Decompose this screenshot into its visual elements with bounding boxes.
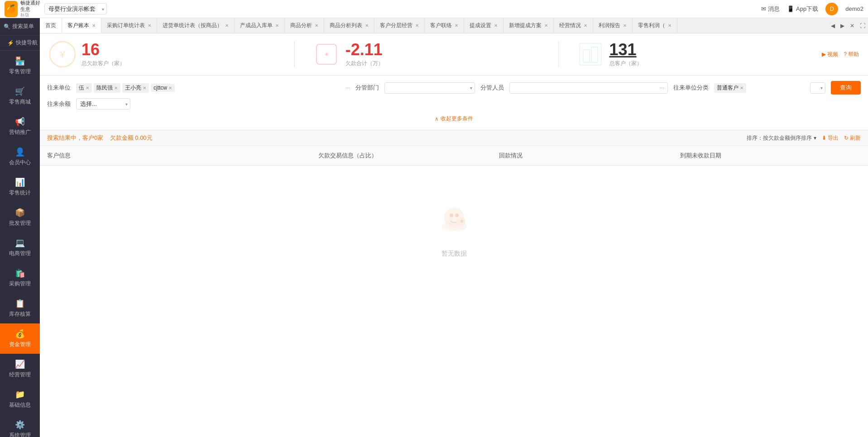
dept-select-wrapper[interactable] (384, 82, 475, 94)
workspace-selector[interactable]: 母婴行业演示帐套 (44, 3, 107, 14)
filter-tags: 伍✕陈民强✕王小亮✕cjttcw✕ (76, 83, 340, 93)
sidebar-item-retail-shop[interactable]: 🛒零售商城 (0, 81, 40, 111)
tab-next-btn[interactable]: ▶ (838, 19, 847, 33)
sidebar-item-retail-manage[interactable]: 🏪零售管理 (0, 51, 40, 81)
sort-label: 排序：按欠款金额倒序排序 (747, 134, 812, 142)
user-avatar[interactable]: D (825, 3, 838, 15)
balance-select-wrapper[interactable]: 选择... (76, 98, 130, 109)
logo-name: 畅捷通好生意 (20, 0, 44, 12)
tab-operation-status[interactable]: 经营情况✕ (554, 18, 593, 33)
tab-close-cost-inbound[interactable]: ✕ (275, 23, 279, 28)
app-download-btn[interactable]: 📱 App下载 (787, 5, 818, 13)
tab-customer-contact[interactable]: 客户联络✕ (425, 18, 464, 33)
unit-class-select-wrapper[interactable] (810, 82, 825, 94)
quick-nav-label: 快捷导航 (16, 39, 38, 47)
retail-manage-icon: 🏪 (15, 56, 25, 66)
sidebar-item-member-center[interactable]: 👤会员中心 (0, 142, 40, 172)
dept-select[interactable] (384, 82, 475, 94)
svg-point-9 (450, 214, 453, 217)
filter-tag-remove-tag-3[interactable]: ✕ (143, 86, 146, 90)
tab-close-profit-report[interactable]: ✕ (623, 23, 627, 28)
tab-close-retail-profit[interactable]: ✕ (668, 23, 671, 28)
tab-fullscreen-btn[interactable]: ⛶ (857, 19, 868, 33)
sidebar-item-system[interactable]: ⚙️系统管理 (0, 414, 40, 437)
tab-close-goods-analysis-list[interactable]: ✕ (365, 23, 369, 28)
tab-close-customer-contact[interactable]: ✕ (455, 23, 458, 28)
tab-profit-report[interactable]: 利润报告✕ (593, 18, 633, 33)
tab-retail-profit[interactable]: 零售利润（✕ (633, 18, 677, 33)
tab-close-purchase-order-stats[interactable]: ✕ (148, 23, 151, 28)
stat-number-1: 16 (82, 42, 125, 58)
filter-more-btn[interactable]: ··· (345, 85, 350, 91)
tab-close-new-promotion[interactable]: ✕ (544, 23, 548, 28)
filter-tag-remove-tag-1[interactable]: ✕ (86, 86, 89, 90)
sidebar-item-inventory[interactable]: 📋库存核算 (0, 293, 40, 323)
tab-customer-accounts[interactable]: 客户账本✕ (62, 18, 101, 33)
sidebar-item-label-retail-stats: 零售统计 (9, 189, 31, 197)
tab-goods-analysis-list[interactable]: 商品分析列表✕ (324, 18, 374, 33)
stat-card-total: 131 总客户（家） (577, 41, 804, 68)
message-btn[interactable]: ✉ 消息 (761, 5, 780, 13)
person-input-wrapper: ··· (509, 82, 668, 94)
collapse-btn[interactable]: ∧ 收起更多条件 (435, 115, 473, 123)
balance-select[interactable]: 选择... (76, 98, 130, 109)
sidebar-item-retail-stats[interactable]: 📊零售统计 (0, 172, 40, 202)
play-icon: ▶ (822, 51, 826, 57)
sidebar-item-marketing[interactable]: 📢营销推广 (0, 111, 40, 142)
tab-close-all-btn[interactable]: ✕ (847, 19, 857, 33)
tab-label-customer-contact: 客户联络 (430, 22, 452, 29)
unit-class-tag-remove-class-1[interactable]: ✕ (740, 86, 743, 90)
sidebar-item-purchase[interactable]: 🛍️采购管理 (0, 263, 40, 293)
tab-prev-btn[interactable]: ◀ (828, 19, 838, 33)
sidebar: 🔍 搜索菜单 ⚡ 快捷导航 🏪零售管理🛒零售商城📢营销推广👤会员中心📊零售统计📦… (0, 18, 40, 437)
sidebar-item-operation[interactable]: 📈经营管理 (0, 354, 40, 384)
person-input[interactable] (509, 82, 668, 94)
filter-tag-remove-tag-4[interactable]: ✕ (168, 86, 172, 90)
tab-close-promotion-settings[interactable]: ✕ (494, 23, 498, 28)
tab-close-incoming-stats[interactable]: ✕ (225, 23, 229, 28)
tab-customer-tier[interactable]: 客户分层经营✕ (374, 18, 425, 33)
stat-label-1: 总欠款客户（家） (82, 60, 125, 67)
person-input-icon[interactable]: ··· (660, 85, 664, 91)
video-help-btn[interactable]: ▶ 视频 (822, 51, 838, 58)
stat-icon-3 (577, 41, 604, 68)
sidebar-item-label-marketing: 营销推广 (9, 128, 31, 136)
sidebar-quick-nav[interactable]: ⚡ 快捷导航 (0, 35, 40, 51)
refresh-btn[interactable]: ↻ 刷新 (844, 134, 861, 142)
tab-label-operation-status: 经营情况 (559, 22, 581, 29)
basic-info-icon: 📁 (15, 390, 25, 399)
tab-promotion-settings[interactable]: 提成设置✕ (464, 18, 504, 33)
unit-class-select[interactable] (810, 82, 825, 94)
workspace-select[interactable]: 母婴行业演示帐套 (44, 3, 107, 14)
tab-purchase-order-stats[interactable]: 采购订单统计表✕ (101, 18, 157, 33)
search-icon: 🔍 (4, 24, 10, 30)
sidebar-search[interactable]: 🔍 搜索菜单 (0, 18, 40, 35)
export-btn[interactable]: ⬇ 导出 (822, 134, 839, 142)
sidebar-item-label-purchase: 采购管理 (9, 280, 31, 288)
purchase-icon: 🛍️ (15, 268, 25, 278)
sidebar-item-ecommerce[interactable]: 💻电商管理 (0, 233, 40, 263)
tab-goods-analysis[interactable]: 商品分析✕ (285, 18, 324, 33)
tab-close-operation-status[interactable]: ✕ (584, 23, 587, 28)
tab-new-promotion[interactable]: 新增提成方案✕ (504, 18, 554, 33)
tab-home[interactable]: 首页 (40, 18, 62, 33)
sort-selector[interactable]: 排序：按欠款金额倒序排序 ▾ (747, 134, 816, 142)
tab-incoming-stats[interactable]: 进货单统计表（按商品）✕ (157, 18, 235, 33)
logo-sub: 标版 (20, 12, 44, 18)
sidebar-item-wholesale[interactable]: 📦批发管理 (0, 202, 40, 233)
sidebar-item-basic-info[interactable]: 📁基础信息 (0, 384, 40, 414)
stat-icon-1: ¥ (49, 41, 76, 68)
sort-chevron-icon: ▾ (814, 135, 816, 141)
query-button[interactable]: 查询 (831, 81, 861, 95)
tab-close-goods-analysis[interactable]: ✕ (315, 23, 318, 28)
tab-bar: 首页客户账本✕采购订单统计表✕进货单统计表（按商品）✕产成品入库单✕商品分析✕商… (40, 18, 868, 33)
table-col-2: 回款情况 (499, 152, 680, 160)
filter-tag-remove-tag-2[interactable]: ✕ (114, 86, 118, 90)
tab-cost-inbound[interactable]: 产成品入库单✕ (235, 18, 285, 33)
sidebar-item-label-retail-shop: 零售商城 (9, 98, 31, 106)
username: demo2 (845, 5, 863, 12)
tab-close-customer-tier[interactable]: ✕ (415, 23, 419, 28)
tab-close-customer-accounts[interactable]: ✕ (92, 23, 96, 28)
doc-help-btn[interactable]: ? 帮助 (844, 51, 859, 58)
sidebar-item-finance[interactable]: 💰资金管理 (0, 323, 40, 354)
